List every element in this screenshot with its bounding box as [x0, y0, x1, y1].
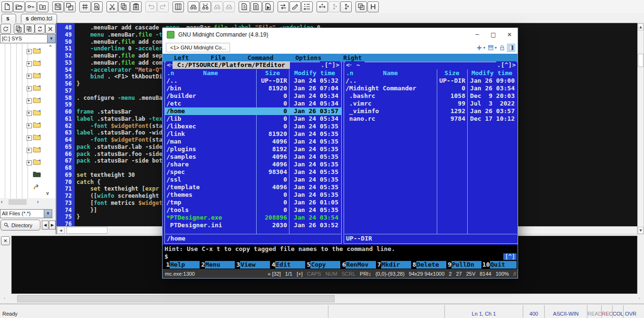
new-document-button[interactable] — [1, 1, 13, 12]
column-header-size[interactable]: Size — [437, 69, 467, 77]
file-row[interactable]: /bin81920Jan 26 07:04 — [165, 85, 341, 92]
resize-grip-icon[interactable]: // — [513, 271, 516, 277]
open-folder-button[interactable] — [13, 1, 25, 12]
refresh-button[interactable] — [0, 24, 11, 34]
folder-up-button[interactable] — [37, 1, 48, 12]
fkey-pulldn[interactable]: 9PullDn — [447, 261, 481, 269]
file-row[interactable]: nano.rc9784Dec 17 10:12 — [344, 115, 518, 123]
tree-expander-icon[interactable] — [27, 148, 32, 153]
tree-item[interactable] — [0, 58, 56, 70]
chevron-down-icon[interactable]: ▼ — [47, 35, 55, 43]
tree-expander-icon[interactable] — [27, 160, 32, 165]
file-row[interactable]: /share4096Jan 24 05:35 — [165, 161, 341, 168]
save-button[interactable] — [52, 1, 64, 12]
page-copy-button[interactable] — [239, 1, 250, 12]
fkey-renmov[interactable]: 6RenMov — [341, 261, 375, 269]
new-console-icon[interactable]: ▾ — [476, 44, 486, 51]
column-header-name[interactable]: Name — [165, 69, 256, 77]
file-row[interactable]: /man4096Jan 24 05:35 — [165, 138, 341, 145]
file-row[interactable]: /template4096Jan 24 05:35 — [165, 183, 341, 191]
scroll-right-icon[interactable]: › — [636, 295, 643, 302]
column-header-modify-time[interactable]: Modify time — [467, 69, 517, 77]
copy-button[interactable] — [14, 24, 24, 34]
file-row[interactable]: /plugins8192Jan 24 05:35 — [165, 145, 341, 153]
copy-sync-button[interactable] — [24, 24, 35, 34]
scroll-down-icon[interactable]: ▼ — [638, 227, 644, 234]
column-header-name[interactable]: Name — [344, 69, 437, 77]
paste-button[interactable] — [130, 1, 142, 12]
scroll-right-icon[interactable]: › — [37, 199, 38, 204]
file-row[interactable]: /Midnight Commander0Jan 26 03:54 — [344, 85, 518, 92]
file-row[interactable]: /samples4096Jan 24 05:35 — [165, 153, 341, 161]
output-panel-close-button[interactable]: ✕ — [1, 236, 10, 245]
file-row[interactable]: /builder0Jan 24 05:34 — [165, 92, 341, 100]
column-header-size[interactable]: Size — [256, 69, 289, 77]
tree-expander-icon[interactable] — [27, 49, 32, 54]
close-button[interactable] — [45, 24, 56, 34]
panel-path[interactable]: ~ — [352, 61, 365, 69]
tree-item[interactable] — [0, 144, 56, 156]
fkey-help[interactable]: 1Help — [165, 261, 200, 269]
fkey-quit[interactable]: 10Quit — [482, 261, 517, 269]
sync-button[interactable] — [35, 24, 45, 34]
file-row[interactable]: /spec98304Jan 24 05:35 — [165, 168, 341, 176]
tree-item[interactable] — [0, 119, 56, 132]
tab-directory[interactable]: Directory — [0, 220, 40, 231]
windows-button[interactable] — [356, 1, 367, 12]
history-corner-badge[interactable]: [^] — [503, 253, 517, 260]
tree-expander-icon[interactable] — [27, 61, 32, 67]
console-tab[interactable]: <1> GNU Midnight Co... — [166, 43, 230, 52]
copy-button[interactable] — [118, 1, 130, 12]
mc-menu-options[interactable]: Options — [295, 54, 321, 61]
file-row[interactable]: /link81920Jan 24 05:35 — [165, 130, 341, 138]
chevron-down-icon[interactable]: ▼ — [44, 210, 52, 218]
tree-item[interactable] — [0, 156, 56, 169]
mc-menu-right[interactable]: Right — [343, 54, 362, 61]
editor-tab-s[interactable]: s — [1, 14, 16, 23]
file-row[interactable]: /tools0Jan 24 05:35 — [165, 206, 341, 214]
swap-h-button[interactable] — [278, 1, 289, 12]
find-next-button[interactable] — [211, 1, 223, 12]
file-row[interactable]: /lib0Jan 24 05:34 — [165, 115, 341, 123]
grid-button[interactable] — [79, 1, 91, 12]
undo-button[interactable] — [145, 1, 157, 12]
file-row[interactable]: /libexec0Jan 24 05:35 — [165, 123, 341, 130]
file-row[interactable]: .vimrc99Jul 3 2022 — [344, 100, 518, 107]
minimize-button[interactable]: ─ — [469, 29, 485, 41]
tree-expander-icon[interactable] — [27, 135, 32, 141]
column-header-modify-time[interactable]: Modify time — [289, 69, 340, 77]
scroll-up-icon[interactable]: ▲ — [638, 23, 644, 30]
directory-tree[interactable]: ^v — [0, 44, 56, 198]
tree-item[interactable] — [0, 169, 56, 181]
save-all-button[interactable] — [64, 1, 76, 12]
panel-corner-right[interactable]: .[^]> — [496, 61, 517, 69]
scrollbar-thumb[interactable] — [67, 227, 107, 234]
scrollbar-thumb[interactable] — [638, 54, 644, 67]
tree-expander-icon[interactable] — [27, 74, 32, 79]
main-horizontal-scrollbar[interactable]: ‹ › — [0, 295, 644, 303]
file-row[interactable]: /tmp0Jan 26 01:05 — [165, 199, 341, 206]
height-x-button[interactable] — [328, 1, 340, 12]
fkey-edit[interactable]: 4Edit — [271, 261, 305, 269]
editor-tab-demo.tcl[interactable]: sdemo.tcl — [21, 14, 57, 23]
mc-menu-left[interactable]: Left — [174, 54, 189, 61]
cut-button[interactable] — [106, 1, 118, 12]
file-filter-selector[interactable]: All Files (*.*) ▼ — [0, 209, 52, 218]
tree-expander-icon[interactable] — [27, 123, 32, 128]
panel-path[interactable]: C:/PTSOURCE/Platform/PTEditor — [173, 61, 290, 69]
scrollbar-thumb[interactable] — [17, 295, 335, 302]
chevron-down-icon[interactable]: ▾ — [495, 46, 497, 50]
find-prev-button[interactable] — [223, 1, 235, 12]
mc-command-line[interactable]: $ [^] — [163, 253, 518, 260]
fkey-view[interactable]: 3View — [236, 261, 270, 269]
brush-button[interactable] — [289, 1, 301, 12]
file-row[interactable]: /..UP--DIRJan 26 09:00 — [344, 77, 518, 85]
file-row[interactable]: /home0Jan 26 03:57 — [165, 107, 341, 115]
tree-item[interactable] — [0, 95, 56, 107]
mc-menu-command[interactable]: Command — [248, 54, 274, 61]
find-button[interactable] — [188, 1, 199, 12]
tree-item[interactable] — [0, 132, 56, 144]
tree-item[interactable] — [0, 107, 56, 119]
file-row[interactable]: /..UP--DIRJan 24 05:32 — [165, 77, 341, 85]
file-row[interactable]: .bashrc1058Dec 9 20:03 — [344, 92, 518, 100]
